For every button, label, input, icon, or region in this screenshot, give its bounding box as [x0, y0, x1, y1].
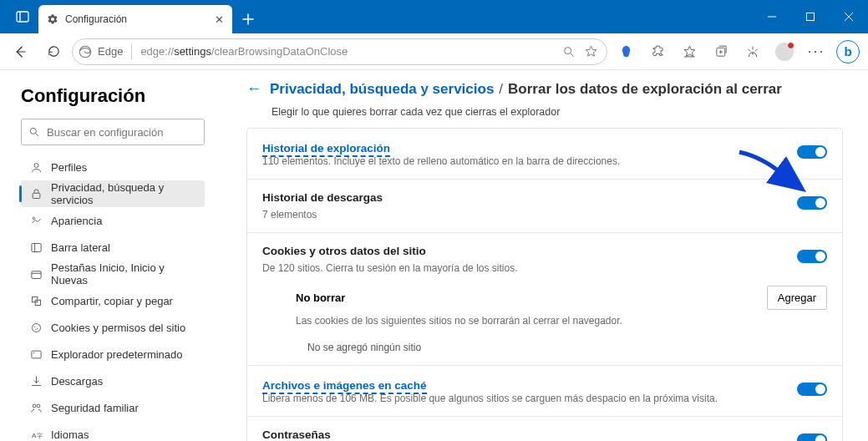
address-divider [131, 44, 132, 59]
sidebar-list: Perfiles Privacidad, búsqueda y servicio… [21, 154, 230, 441]
svg-point-26 [33, 352, 33, 353]
breadcrumb: ← Privacidad, búsqueda y servicios / Bor… [246, 80, 843, 98]
svg-point-23 [37, 327, 38, 328]
lock-icon [29, 187, 43, 200]
new-tab-button[interactable] [236, 7, 261, 32]
row-passwords: Contraseñas 1 contraseña (para kinsta.cl… [247, 416, 842, 441]
toggle-download-history[interactable] [797, 196, 827, 210]
row-desc: 7 elementos [262, 209, 784, 220]
svg-rect-0 [17, 12, 28, 22]
bing-chat-icon[interactable]: b [833, 37, 863, 67]
extensions-icon[interactable] [642, 37, 673, 67]
favorites-icon[interactable] [674, 37, 704, 67]
svg-point-21 [32, 323, 40, 332]
sidebar-item-cookies[interactable]: Cookies y permisos del sitio [21, 314, 205, 341]
tab-strip: Configuración ✕ [0, 0, 753, 33]
window-maximize[interactable] [791, 0, 830, 33]
settings-search-input[interactable] [47, 126, 197, 139]
toggle-cookies[interactable] [797, 250, 827, 263]
cookie-icon [29, 321, 43, 334]
favorite-icon[interactable] [584, 44, 598, 58]
svg-line-7 [571, 53, 573, 56]
sidebar-item-profiles[interactable]: Perfiles [21, 154, 205, 180]
sidebar-item-languages[interactable]: A字Idiomas [21, 421, 205, 441]
sidebar-item-default[interactable]: Explorador predeterminado [21, 341, 205, 368]
search-in-page-icon[interactable] [562, 45, 576, 58]
row-desc: 110 elementos. Incluye el texto de relle… [262, 155, 784, 167]
window-close[interactable] [830, 0, 868, 33]
sidebar-item-tabs[interactable]: Pestañas Inicio, Inicio y Nuevas [21, 261, 205, 287]
exceptions-desc: Las cookies de los siguientes sitios no … [296, 315, 827, 327]
svg-point-10 [752, 53, 754, 54]
svg-point-27 [33, 404, 36, 408]
svg-point-11 [30, 128, 36, 134]
toggle-cache[interactable] [797, 383, 827, 396]
exceptions-empty: No se agregó ningún sitio [296, 342, 827, 353]
address-label: Edge [98, 45, 123, 58]
content-scroll[interactable]: ← Privacidad, búsqueda y servicios / Bor… [230, 70, 868, 441]
row-cookies: Cookies y otros datos del sitio De 120 s… [247, 232, 842, 365]
svg-rect-19 [32, 297, 37, 302]
svg-point-6 [565, 47, 571, 53]
address-bar[interactable]: Edge edge://settings/clearBrowsingDataOn… [72, 38, 607, 65]
svg-text:字: 字 [36, 432, 42, 438]
add-exception-button[interactable]: Agregar [767, 286, 827, 310]
row-title: Cookies y otros datos del sitio [262, 245, 784, 257]
toggle-passwords[interactable] [797, 433, 827, 441]
sidebar-item-share[interactable]: Compartir, copiar y pegar [21, 287, 205, 314]
edge-logo-icon [78, 44, 93, 59]
family-icon [29, 401, 43, 414]
sidebar-item-downloads[interactable]: Descargas [21, 368, 205, 394]
profile-icon [29, 160, 43, 174]
gear-icon [47, 13, 58, 25]
svg-point-28 [37, 404, 40, 408]
performance-icon[interactable] [738, 37, 768, 67]
language-icon: A字 [29, 428, 43, 441]
annotation-arrow [733, 145, 808, 195]
nav-refresh-button[interactable] [38, 37, 69, 67]
window-controls [753, 0, 868, 33]
svg-rect-3 [807, 13, 815, 21]
close-tab-icon[interactable]: ✕ [215, 13, 224, 26]
search-icon [28, 126, 40, 138]
breadcrumb-parent[interactable]: Privacidad, búsqueda y servicios [270, 81, 494, 98]
svg-point-24 [35, 328, 36, 329]
settings-search[interactable] [21, 119, 205, 145]
tabs-icon [29, 267, 43, 281]
browser-icon [29, 347, 43, 361]
sidebar-item-family[interactable]: Seguridad familiar [21, 394, 205, 421]
share-icon [29, 294, 43, 307]
tab-actions-button[interactable] [8, 3, 37, 31]
page-subtitle: Elegir lo que quieres borrar cada vez qu… [272, 106, 843, 118]
window-minimize[interactable] [753, 0, 791, 33]
collections-icon[interactable] [706, 37, 736, 67]
sidebar-icon [29, 241, 43, 254]
row-cache: Archivos e imágenes en caché Libera meno… [247, 365, 842, 416]
sidebar-item-privacy[interactable]: Privacidad, búsqueda y servicios [21, 180, 205, 207]
profile-avatar[interactable] [769, 37, 799, 67]
address-url: edge://settings/clearBrowsingDataOnClose [140, 45, 557, 58]
sidebar-item-appearance[interactable]: Apariencia [21, 207, 205, 234]
back-arrow-icon[interactable]: ← [246, 80, 261, 98]
window-titlebar: Configuración ✕ [0, 0, 868, 33]
nav-back-button[interactable] [5, 37, 35, 67]
breadcrumb-current: Borrar los datos de exploración al cerra… [508, 81, 782, 98]
download-icon [29, 374, 43, 388]
browser-toolbar: Edge edge://settings/clearBrowsingDataOn… [0, 33, 868, 70]
tab-title: Configuración [65, 13, 208, 25]
exceptions-title: No borrar [296, 291, 755, 304]
svg-rect-20 [35, 300, 40, 305]
browser-tab-settings[interactable]: Configuración ✕ [38, 5, 232, 33]
svg-rect-25 [31, 351, 40, 358]
settings-page: Configuración Perfiles Privacidad, búsqu… [0, 70, 868, 441]
svg-point-13 [34, 163, 38, 167]
svg-rect-14 [33, 193, 40, 198]
svg-point-15 [33, 217, 35, 220]
more-menu-icon[interactable]: ··· [801, 37, 831, 67]
sidebar-item-sidebar[interactable]: Barra lateral [21, 234, 205, 261]
palette-icon [29, 214, 43, 227]
settings-sidebar: Configuración Perfiles Privacidad, búsqu… [0, 70, 230, 441]
row-desc: De 120 sitios. Cierra tu sesión en la ma… [262, 262, 784, 274]
row-desc: Libera menos de 106 MB. Es posible que a… [262, 393, 784, 404]
brave-icon[interactable] [611, 37, 641, 67]
